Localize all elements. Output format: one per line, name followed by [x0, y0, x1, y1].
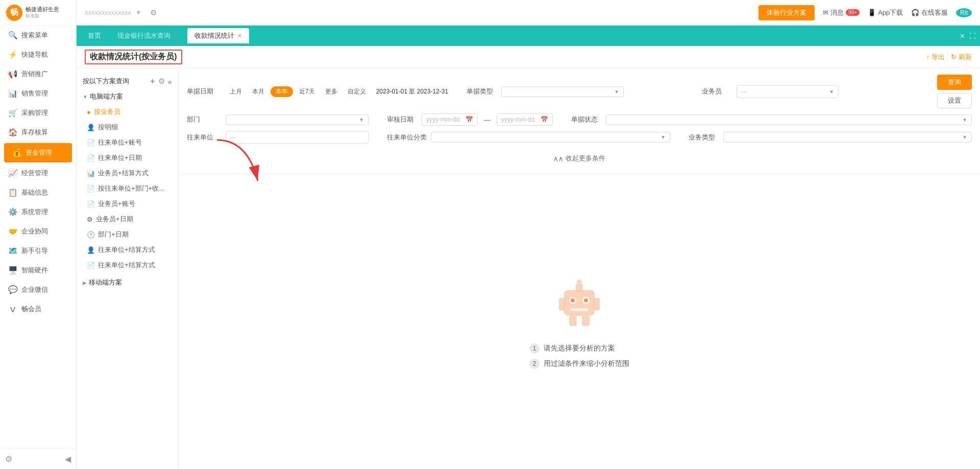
collapse-chevron-icon: ∧∧ — [553, 155, 564, 162]
settings-button[interactable]: 设置 — [937, 93, 972, 108]
sidebar-item-marketing[interactable]: 📢营销推广 — [0, 64, 76, 84]
inventory-icon: 🏠 — [8, 128, 17, 137]
partner-select[interactable]: ··· — [226, 131, 369, 144]
refresh-button[interactable]: ↻ 刷新 — [951, 53, 972, 62]
mobile-group-title[interactable]: ▶ 移动端方案 — [77, 275, 178, 290]
date-tab-thismonth[interactable]: 本月 — [248, 86, 268, 97]
step-2-number: 2 — [529, 359, 540, 369]
collapse-row: ∧∧ 收起更多条件 — [187, 149, 972, 168]
trial-button[interactable]: 体验行业方案 — [758, 5, 815, 20]
doc-status-select[interactable]: ▼ — [606, 114, 972, 125]
sidebar-item-corp[interactable]: 🤝企业协同 — [0, 222, 76, 241]
staff-label: 业务员 — [702, 87, 732, 96]
tree-item-unit-dept[interactable]: 📄 按往来单位+部门+收... — [77, 181, 178, 196]
date-tab-more[interactable]: 更多 — [321, 86, 341, 97]
corp-icon: 🤝 — [8, 227, 17, 236]
date-label: 单据日期 — [187, 87, 217, 96]
dept-label: 部门 — [187, 115, 217, 124]
filter-area: 单据日期 上月 本月 本年 近7天 更多 自定义 2023-01-01 至 20… — [179, 68, 980, 175]
svg-rect-10 — [570, 308, 589, 311]
sidebar-item-hardware[interactable]: 🖥️智能硬件 — [0, 261, 76, 280]
top-header: xxxxxxxxxxxxxx ▼ ⚙ 体验行业方案 ✉ 消息 99+ 📱 App… — [77, 0, 980, 26]
dept-date-icon: 🕐 — [87, 231, 95, 239]
sidebar-item-guide[interactable]: 🗺️新手引导 — [0, 241, 76, 261]
scheme-settings-icon[interactable]: ⚙ — [158, 77, 165, 86]
calendar-to-icon[interactable]: 📅 — [541, 116, 548, 123]
tab-receipt[interactable]: 收款情况统计 ✕ — [187, 28, 249, 43]
tree-item-dept-date[interactable]: 🕐 部门+日期 — [77, 227, 178, 242]
partner-category-select[interactable]: ▼ — [431, 132, 670, 143]
guide-icon: 🗺️ — [8, 246, 17, 255]
staff-more-icon[interactable]: ··· — [741, 88, 747, 96]
pc-group-title[interactable]: ▼ 电脑端方案 — [77, 89, 178, 104]
staff-active-icon: ● — [87, 108, 91, 116]
audit-date-from[interactable]: yyyy-mm-dd 📅 — [422, 113, 478, 126]
sidebar-item-quicknav[interactable]: ⚡快捷导航 — [0, 45, 76, 64]
biz-type-select[interactable]: ▼ — [723, 132, 972, 143]
date-tab-custom[interactable]: 自定义 — [344, 86, 370, 97]
step-2-text: 用过滤条件来缩小分析范围 — [544, 359, 629, 368]
sidebar-item-inventory[interactable]: 🏠库存核算 — [0, 123, 76, 142]
breadcrumb-text: xxxxxxxxxxxxxx — [85, 9, 131, 16]
sidebar-item-basic[interactable]: 📋基础信息 — [0, 183, 76, 202]
tab-receipt-close[interactable]: ✕ — [237, 33, 242, 39]
sales-icon: 📊 — [8, 89, 17, 98]
settings-bottom-icon[interactable]: ⚙ — [5, 454, 12, 464]
user-avatar[interactable]: Rit — [956, 8, 972, 17]
partner-cat-arrow: ▼ — [660, 134, 666, 140]
tree-item-by-detail[interactable]: 👤 按明细 — [77, 120, 178, 135]
tab-restore-icon[interactable]: ⛶ — [969, 32, 976, 40]
sidebar-item-system[interactable]: ⚙️系统管理 — [0, 202, 76, 222]
settings-header-icon[interactable]: ⚙ — [150, 8, 157, 17]
sidebar-item-member[interactable]: V畅会员 — [0, 299, 76, 319]
tree-item-unit-date[interactable]: 📄 往来单位+日期 — [77, 150, 178, 166]
sidebar-item-wechat[interactable]: 💬企业微信 — [0, 280, 76, 299]
sidebar-item-purchase[interactable]: 🛒采购管理 — [0, 103, 76, 123]
collapse-sidebar-icon[interactable]: ◀ — [65, 454, 71, 464]
empty-step-2: 2 用过滤条件来缩小分析范围 — [529, 359, 629, 369]
unit-dept-icon: 📄 — [87, 185, 95, 193]
collapse-panel-button[interactable]: « — [168, 77, 172, 86]
date-tab-lastmonth[interactable]: 上月 — [226, 86, 246, 97]
dropdown-arrow-icon[interactable]: ▼ — [135, 9, 142, 16]
sidebar-item-sales[interactable]: 📊销售管理 — [0, 84, 76, 103]
collapse-button[interactable]: ∧∧ 收起更多条件 — [553, 154, 605, 163]
sidebar-item-finance[interactable]: 💰资金管理 — [4, 143, 72, 162]
tab-close-all-icon[interactable]: ✕ — [960, 32, 965, 40]
export-button[interactable]: ↑ 导出 — [926, 53, 945, 62]
audit-date-to[interactable]: yyyy-mm-dd 📅 — [497, 113, 553, 126]
tree-item-by-staff[interactable]: ● 按业务员 — [77, 104, 178, 120]
add-scheme-button[interactable]: + — [150, 77, 155, 86]
calendar-from-icon[interactable]: 📅 — [465, 116, 473, 123]
staff-account-icon: 📄 — [87, 200, 95, 208]
tab-bank-close[interactable]: ✕ — [174, 33, 178, 39]
tree-item-staff-date[interactable]: ⚙ 业务员+日期 — [77, 212, 178, 227]
query-button[interactable]: 查询 — [937, 75, 972, 90]
finance-icon: 💰 — [12, 148, 21, 157]
date-tab-thisyear[interactable]: 本年 — [271, 86, 293, 97]
dept-select[interactable]: ▼ — [226, 114, 369, 125]
message-button[interactable]: ✉ 消息 99+ — [823, 8, 860, 17]
staff-select[interactable]: ··· ▼ — [737, 85, 839, 98]
unit-settle2-icon: 👤 — [87, 246, 95, 254]
sidebar-item-search[interactable]: 🔍搜索菜单 — [0, 26, 76, 45]
tree-item-unit-settle2[interactable]: 👤 往来单位+结算方式 — [77, 242, 178, 257]
content-area: 按以下方案查询 + ⚙ « ▼ 电脑端方案 ● 按业务员 👤 按明细 📄 — [77, 68, 980, 469]
tree-item-unit-settle3[interactable]: 📄 往来单位+结算方式 — [77, 257, 178, 273]
step-1-text: 请先选择要分析的方案 — [544, 344, 615, 353]
service-button[interactable]: 🎧 在线客服 — [911, 8, 948, 17]
tree-item-staff-account[interactable]: 📄 业务员+账号 — [77, 196, 178, 212]
doc-type-select[interactable]: ▼ — [501, 86, 624, 97]
member-icon: V — [8, 304, 17, 314]
staff-arrow: ▼ — [829, 89, 834, 95]
partner-more-icon[interactable]: ··· — [230, 133, 236, 141]
tree-item-unit-account[interactable]: 📄 往来单位+账号 — [77, 135, 178, 150]
wechat-icon: 💬 — [8, 285, 17, 294]
tab-bank[interactable]: 现金银行流水查询 ✕ — [110, 28, 185, 43]
app-download-button[interactable]: 📱 App下载 — [868, 8, 903, 17]
sidebar-item-operation[interactable]: 📈经营管理 — [0, 163, 76, 183]
sidebar: 畅 畅捷通好生意 标准版 🔍搜索菜单 ⚡快捷导航 📢营销推广 📊销售管理 🛒采购… — [0, 0, 77, 469]
tab-home[interactable]: 首页 — [81, 28, 108, 43]
tree-item-staff-settle[interactable]: 📊 业务员+结算方式 — [77, 166, 178, 181]
date-tab-7days[interactable]: 近7天 — [295, 86, 319, 97]
